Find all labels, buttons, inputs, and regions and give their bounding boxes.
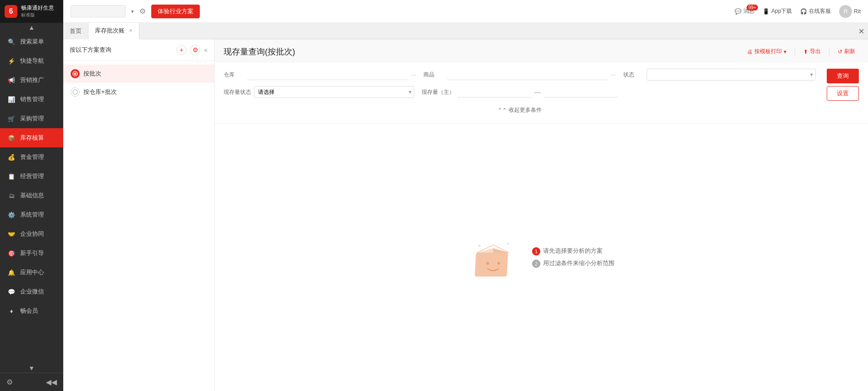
sidebar-item-newbie[interactable]: 🎯 新手引导 bbox=[0, 244, 63, 263]
sidebar-item-label: 快捷导航 bbox=[20, 57, 44, 65]
app-download-item[interactable]: 📱 App下载 bbox=[763, 7, 792, 15]
sidebar-item-inventory[interactable]: 📦 库存核算 bbox=[0, 128, 63, 147]
add-plan-button[interactable]: + bbox=[176, 45, 187, 55]
sidebar-item-apps[interactable]: 🔔 应用中心 bbox=[0, 263, 63, 282]
refresh-label: 刷新 bbox=[844, 48, 855, 55]
collapse-sidebar-icon[interactable]: ◀◀ bbox=[46, 378, 57, 386]
topbar-search-box bbox=[71, 5, 126, 17]
shortcut-icon: ⚡ bbox=[7, 57, 16, 65]
newbie-icon: 🎯 bbox=[7, 249, 16, 257]
sidebar-item-label: 基础信息 bbox=[20, 191, 44, 200]
sidebar-item-label: 搜索菜单 bbox=[20, 38, 44, 46]
finance-icon: 💰 bbox=[7, 153, 16, 161]
tabbar-close-button[interactable]: ✕ bbox=[858, 27, 864, 36]
filter-settings-button[interactable]: 设置 bbox=[827, 86, 859, 101]
qty-max-input[interactable] bbox=[544, 87, 618, 98]
sidebar-item-search[interactable]: 🔍 搜索菜单 bbox=[0, 32, 63, 51]
sidebar-nav: 🔍 搜索菜单 ⚡ 快捷导航 📢 营销推广 📊 销售管理 🛒 采购管理 📦 库存核… bbox=[0, 32, 63, 364]
goods-more-icon[interactable]: ··· bbox=[610, 71, 616, 78]
collapse-panel-button[interactable]: « bbox=[204, 46, 208, 54]
print-template-btn[interactable]: 🖨 按模板打印 ▾ bbox=[743, 46, 790, 57]
avatar: R bbox=[839, 5, 852, 18]
sidebar-item-label: 经营管理 bbox=[20, 172, 44, 180]
system-icon: ⚙️ bbox=[7, 211, 16, 219]
collapse-icon: « bbox=[204, 46, 208, 54]
inventory-icon: 📦 bbox=[7, 134, 16, 142]
sidebar-item-wechat[interactable]: 💬 企业微信 bbox=[0, 282, 63, 301]
status-select[interactable]: 全部 bbox=[647, 69, 816, 81]
sidebar-item-basic[interactable]: 🗂 基础信息 bbox=[0, 186, 63, 205]
sidebar-item-system[interactable]: ⚙️ 系统管理 bbox=[0, 205, 63, 224]
purchase-icon: 🛒 bbox=[7, 114, 16, 123]
sidebar-item-purchase[interactable]: 🛒 采购管理 bbox=[0, 109, 63, 128]
sidebar-scroll-up[interactable]: ▲ bbox=[0, 23, 63, 32]
sidebar-item-enterprise[interactable]: 🤝 企业协同 bbox=[0, 224, 63, 244]
left-panel-actions: + ⚙ « bbox=[176, 45, 208, 55]
empty-illustration bbox=[468, 232, 518, 282]
sidebar-item-label: 库存核算 bbox=[20, 134, 44, 142]
plus-icon: + bbox=[180, 46, 183, 54]
qty-min-input[interactable] bbox=[457, 87, 532, 98]
tab-home-label: 首页 bbox=[70, 27, 82, 35]
topbar-settings-icon[interactable]: ⚙ bbox=[139, 7, 146, 16]
plan-item-batch[interactable]: 按批次 bbox=[63, 65, 214, 83]
svg-point-3 bbox=[486, 262, 489, 265]
sidebar-item-operations[interactable]: 📋 经营管理 bbox=[0, 167, 63, 186]
step1-number: 1 bbox=[532, 247, 540, 255]
plan-item-warehouse-batch[interactable]: 按仓库+批次 bbox=[63, 83, 214, 101]
sidebar-item-member[interactable]: ♦ 畅会员 bbox=[0, 301, 63, 320]
step1-text: 请先选择要分析的方案 bbox=[543, 247, 603, 255]
export-btn[interactable]: ⬆ 导出 bbox=[800, 46, 824, 57]
phone-icon: 📱 bbox=[763, 8, 769, 15]
divider-2 bbox=[829, 48, 830, 55]
sidebar-item-sales[interactable]: 📊 销售管理 bbox=[0, 90, 63, 109]
plan-batch-label: 按批次 bbox=[83, 70, 101, 78]
apps-icon: 🔔 bbox=[7, 268, 16, 277]
settings-footer-icon[interactable]: ⚙ bbox=[6, 378, 13, 386]
sidebar-scroll-down[interactable]: ▼ bbox=[0, 364, 63, 373]
avatar-text: R bbox=[844, 8, 848, 15]
warehouse-more-icon[interactable]: ··· bbox=[411, 71, 416, 78]
stock-status-label: 现存量状态 bbox=[224, 88, 251, 96]
filter-row-1: 仓库 ··· 商品 ··· bbox=[224, 69, 816, 81]
sidebar-item-label: 企业微信 bbox=[20, 288, 44, 296]
plan-settings-button[interactable]: ⚙ bbox=[190, 45, 200, 55]
filter-row-2: 现存量状态 请选择 ▾ 现存量（主） bbox=[224, 86, 816, 98]
sidebar-item-label: 新手引导 bbox=[20, 249, 44, 257]
sidebar-item-finance[interactable]: 💰 资金管理 bbox=[0, 147, 63, 167]
gear-small-icon: ⚙ bbox=[192, 46, 198, 54]
sidebar-item-label: 销售管理 bbox=[20, 95, 44, 103]
sidebar-item-label: 资金管理 bbox=[20, 153, 44, 161]
query-button[interactable]: 查询 bbox=[827, 69, 859, 83]
goods-input[interactable] bbox=[447, 70, 608, 80]
collapse-more-btn[interactable]: ⌃⌃ 收起更多条件 bbox=[224, 103, 816, 117]
stock-status-select-wrapper: 请选择 ▾ bbox=[254, 86, 414, 98]
refresh-btn[interactable]: ↺ 刷新 bbox=[834, 46, 859, 57]
topbar-chevron-icon[interactable]: ▾ bbox=[131, 8, 134, 15]
status-label: 状态 bbox=[623, 71, 644, 79]
goods-label: 商品 bbox=[423, 71, 444, 79]
sidebar-item-label: 应用中心 bbox=[20, 268, 44, 277]
message-icon: 💬 bbox=[735, 8, 742, 15]
content-area: 按以下方案查询 + ⚙ « bbox=[63, 39, 868, 391]
page-header: 现存量查询(按批次) 🖨 按模板打印 ▾ ⬆ 导出 ↺ 刷 bbox=[214, 39, 868, 62]
online-service-item[interactable]: 🎧 在线客服 bbox=[800, 7, 831, 15]
sidebar-item-label: 企业协同 bbox=[20, 230, 44, 238]
step2-text: 用过滤条件来缩小分析范围 bbox=[543, 259, 615, 267]
tab-home[interactable]: 首页 bbox=[63, 23, 88, 39]
tab-inventory-batch[interactable]: 库存批次账 × bbox=[88, 23, 139, 39]
app-edition: 标准版 bbox=[21, 12, 54, 18]
chevron-print-icon: ▾ bbox=[784, 49, 786, 55]
svg-point-1 bbox=[74, 73, 77, 75]
notification-item[interactable]: 💬 消息 99+ bbox=[735, 7, 754, 15]
collapse-more-label: 收起更多条件 bbox=[509, 106, 542, 114]
sidebar-item-marketing[interactable]: 📢 营销推广 bbox=[0, 71, 63, 90]
user-profile-item[interactable]: R Rit bbox=[839, 5, 861, 18]
sidebar-item-shortcut[interactable]: ⚡ 快捷导航 bbox=[0, 51, 63, 71]
stock-status-select[interactable]: 请选择 bbox=[254, 86, 414, 98]
print-icon: 🖨 bbox=[747, 49, 753, 55]
page-header-actions: 🖨 按模板打印 ▾ ⬆ 导出 ↺ 刷新 bbox=[743, 46, 859, 57]
warehouse-input[interactable] bbox=[247, 70, 408, 80]
tab-close-icon[interactable]: × bbox=[129, 27, 132, 34]
industry-btn[interactable]: 体验行业方案 bbox=[151, 5, 200, 18]
